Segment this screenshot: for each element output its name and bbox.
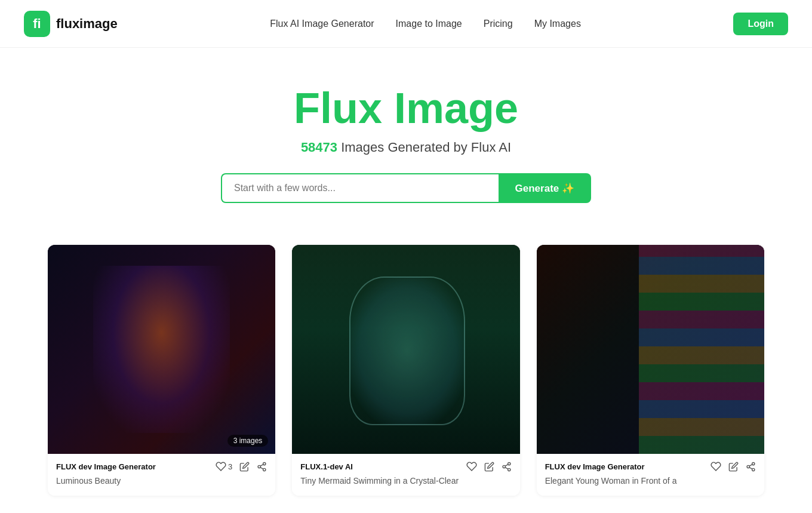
svg-line-3 (260, 467, 263, 469)
card-meta-1: FLUX dev Image Generator 3 Luminous Beau… (48, 454, 275, 496)
gallery: 3 images FLUX dev Image Generator 3 (0, 227, 812, 513)
generate-button[interactable]: Generate ✨ (499, 173, 591, 203)
nav-link-image-to-image[interactable]: Image to Image (396, 19, 462, 29)
svg-point-0 (263, 462, 266, 465)
share-icon-2[interactable] (502, 462, 512, 472)
card-image-1 (48, 245, 275, 454)
svg-point-11 (747, 465, 749, 468)
card-generator-3: FLUX dev Image Generator (545, 462, 645, 471)
like-icon-3[interactable] (710, 461, 721, 472)
hero-input-row: Generate ✨ (221, 173, 591, 203)
svg-line-4 (260, 464, 263, 466)
card-image-wrap-3 (537, 245, 764, 454)
logo-link[interactable]: fi fluximage (24, 11, 118, 37)
svg-point-2 (263, 468, 266, 471)
card-actions-3 (710, 461, 756, 472)
logo-brand-text: fluximage (56, 16, 118, 32)
svg-line-8 (505, 467, 508, 469)
like-icon-1[interactable]: 3 (216, 461, 232, 472)
svg-point-1 (258, 465, 260, 468)
card-meta-top-2: FLUX.1-dev AI (300, 461, 511, 472)
svg-point-10 (752, 462, 755, 465)
svg-line-9 (505, 464, 508, 466)
like-count-1: 3 (228, 462, 232, 471)
nav-link-flux-ai[interactable]: Flux AI Image Generator (270, 19, 374, 29)
nav-links: Flux AI Image Generator Image to Image P… (270, 19, 581, 29)
card-meta-3: FLUX dev Image Generator Elegant Young W… (537, 454, 764, 496)
login-button[interactable]: Login (733, 13, 788, 35)
gallery-card-2: FLUX.1-dev AI Tiny Mermaid Swimming in a… (292, 245, 519, 496)
card-meta-top-3: FLUX dev Image Generator (545, 461, 756, 472)
share-icon-3[interactable] (746, 462, 756, 472)
edit-icon-1[interactable] (239, 462, 250, 472)
hero-title: Flux Image (12, 84, 800, 133)
prompt-input[interactable] (221, 173, 499, 203)
card-title-3: Elegant Young Woman in Front of a (545, 475, 756, 487)
share-icon-1[interactable] (257, 462, 267, 472)
card-image-2 (292, 245, 519, 454)
card-title-2: Tiny Mermaid Swimming in a Crystal-Clear (300, 475, 511, 487)
svg-line-13 (749, 467, 752, 469)
gallery-card-3: FLUX dev Image Generator Elegant Young W… (537, 245, 764, 496)
card-generator-2: FLUX.1-dev AI (300, 462, 353, 471)
card-meta-2: FLUX.1-dev AI Tiny Mermaid Swimming in a… (292, 454, 519, 496)
card-meta-top-1: FLUX dev Image Generator 3 (56, 461, 267, 472)
nav-link-my-images[interactable]: My Images (534, 19, 581, 29)
image-count-badge-1: 3 images (227, 435, 269, 447)
gallery-card-1: 3 images FLUX dev Image Generator 3 (48, 245, 275, 496)
card-image-wrap-2 (292, 245, 519, 454)
edit-icon-3[interactable] (728, 462, 739, 472)
svg-point-7 (508, 468, 510, 471)
image-count: 58473 (301, 140, 337, 155)
svg-line-14 (749, 464, 752, 466)
svg-point-5 (508, 462, 510, 465)
nav-link-pricing[interactable]: Pricing (484, 19, 513, 29)
card-image-wrap-1: 3 images (48, 245, 275, 454)
card-actions-2 (466, 461, 512, 472)
like-icon-2[interactable] (466, 461, 477, 472)
navbar: fi fluximage Flux AI Image Generator Ima… (0, 0, 812, 48)
edit-icon-2[interactable] (484, 462, 494, 472)
hero-subtitle-rest: Images Generated by Flux AI (337, 140, 511, 155)
hero-section: Flux Image 58473 Images Generated by Flu… (0, 48, 812, 227)
svg-point-6 (503, 465, 505, 468)
hero-subtitle: 58473 Images Generated by Flux AI (12, 140, 800, 155)
card-actions-1: 3 (216, 461, 267, 472)
card-title-1: Luminous Beauty (56, 475, 267, 487)
logo-icon: fi (24, 11, 50, 37)
svg-point-12 (752, 468, 755, 471)
card-generator-1: FLUX dev Image Generator (56, 462, 156, 471)
card-image-3 (537, 245, 764, 454)
